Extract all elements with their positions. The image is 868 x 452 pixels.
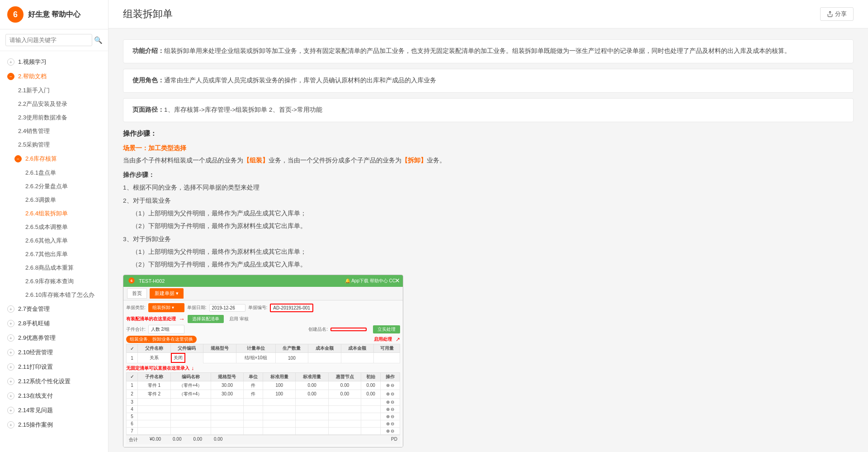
step3-sub2: （2）下部明细为子件明细，最终作为产成品生成其它入库单。 [123, 259, 854, 270]
screenshot-content: 单据类型: 组装拆卸 ▾ 单据日期: 2019-12-26 单据编号: AD-2… [123, 300, 403, 447]
ann1-text: 有装配清单的在这里处理 [126, 316, 176, 322]
table-row: 1 关系 关闭 结/组×10组 100 [127, 353, 400, 363]
page-header: 组装拆卸单 分享 [108, 0, 868, 29]
sidebar-item-s2-11[interactable]: + 2.11打印设置 [0, 360, 108, 374]
sidebar-item-s2-7[interactable]: + 2.7资金管理 [0, 302, 108, 316]
step2: 2、对于组装业务 [123, 195, 854, 206]
page-title: 组装拆卸单 [123, 7, 173, 21]
sidebar-item-s2-6-7[interactable]: 2.6.7其他出库单 [0, 247, 108, 261]
sidebar-item-s2-3[interactable]: 2.3使用前数据准备 [0, 111, 108, 124]
ss-ann2-row: 无固定清单可以直接在这里录入 ↓ [126, 365, 400, 371]
search-input[interactable] [5, 34, 92, 46]
share-button[interactable]: 分享 [820, 7, 854, 21]
ss-sub-table-body: 1 零件 1 （零件+4） 30.00 件 100 0.00 0.00 0.00… [127, 381, 400, 434]
ann3-text: 启用处理 [374, 336, 392, 343]
sidebar-item-s2-6-1[interactable]: 2.6.1盘点单 [0, 166, 108, 180]
table-row: 7 ⊕ ⊖ [127, 427, 400, 434]
ss-process-tabs: 组装业务、拆卸业务在这里切换 启用处理 ↗ [126, 336, 400, 343]
sidebar-item-s2-4[interactable]: 2.4销售管理 [0, 124, 108, 138]
path-text: 1、库存核算->库存管理->组装拆卸单 2、首页->常用功能 [164, 106, 322, 113]
sidebar-item-s2-10[interactable]: + 2.10经营管理 [0, 345, 108, 360]
table-row: 4 ⊕ ⊖ [127, 405, 400, 413]
sidebar-item-s2-5[interactable]: 2.5采购管理 [0, 138, 108, 152]
sidebar-item-s2-8[interactable]: + 2.8手机旺铺 [0, 316, 108, 331]
sidebar-item-s2-2[interactable]: 2.2产品安装及登录 [0, 97, 108, 111]
expand-icon-s2-14: + [7, 407, 14, 414]
sidebar: 6 好生意 帮助中心 🔍 + 1.视频学习 − 2.帮助文档 2.1新手入门 2… [0, 0, 108, 452]
step2-sub2: （2）下部明细为子件明细，最终作为原材料生成其它出库单。 [123, 221, 854, 232]
sidebar-item-s2[interactable]: − 2.帮助文档 [0, 69, 108, 84]
screenshot-top-nav: 首页 新建单据 ▾ [123, 287, 403, 300]
ss-tab-new: 新建单据 ▾ [150, 288, 184, 299]
scene1-steps-title: 操作步骤： [123, 170, 854, 181]
sidebar-item-s2-6-10[interactable]: 2.6.10库存账本错了怎么办 [0, 288, 108, 302]
sidebar-item-s2-6-6[interactable]: 2.6.6其他入库单 [0, 234, 108, 247]
function-intro-block: 功能介绍：组装拆卸单用来处理企业组装或拆卸等加工业务，支持有固定装配清单的产品加… [123, 39, 854, 63]
sidebar-item-s2-1[interactable]: 2.1新手入门 [0, 84, 108, 97]
sidebar-item-s2-6-9[interactable]: 2.6.9库存账本查询 [0, 275, 108, 288]
table-row: 1 零件 1 （零件+4） 30.00 件 100 0.00 0.00 0.00… [127, 381, 400, 390]
search-box[interactable]: 🔍 [0, 29, 108, 51]
step1: 1、根据不同的业务，选择不同单据的类型来处理 [123, 182, 854, 193]
path-block: 页面路径：1、库存核算->库存管理->组装拆卸单 2、首页->常用功能 [123, 98, 854, 122]
sidebar-item-s2-14[interactable]: + 2.14常见问题 [0, 403, 108, 418]
expand-icon-s1: + [7, 58, 14, 66]
sidebar-item-s2-6-3[interactable]: 2.6.3调拨单 [0, 193, 108, 207]
sidebar-item-s2-6-8[interactable]: 2.6.8商品成本重算 [0, 261, 108, 275]
ss-bottom-row: 合计 ¥0.00 0.00 0.00 0.00 PD [126, 435, 400, 444]
ss-logo: 6 [128, 277, 135, 285]
app-logo: 6 [7, 6, 24, 23]
sidebar-item-s2-15[interactable]: + 2.15操作案例 [0, 418, 108, 432]
content-area: 功能介绍：组装拆卸单用来处理企业组装或拆卸等加工业务，支持有固定装配清单的产品加… [108, 29, 868, 452]
ss-badge-assembly: 组装业务、拆卸业务在这里切换 [126, 336, 197, 343]
step3: 3、对于拆卸业务 [123, 234, 854, 245]
ss-tab-home: 首页 [127, 288, 147, 299]
sidebar-item-s2-6-4[interactable]: 2.6.4组装拆卸单 [0, 207, 108, 220]
sidebar-item-s2-6-5[interactable]: 2.6.5成本调整单 [0, 220, 108, 234]
ss-confirm-btn: 立实处理 [373, 325, 400, 333]
share-icon [827, 11, 833, 17]
expand-icon-s2-7: + [7, 305, 14, 313]
nav-tree: + 1.视频学习 − 2.帮助文档 2.1新手入门 2.2产品安装及登录 2.3… [0, 51, 108, 436]
ss-apply-btn: 选择装配清单 [188, 315, 224, 323]
ss-parent-table: ✓ 父件名称 父件编码 规格型号 计量单位 生产数量 成本金额 成本金额 可用量 [126, 344, 400, 363]
svg-text:6: 6 [131, 279, 133, 283]
sidebar-header: 6 好生意 帮助中心 [0, 0, 108, 29]
scene1-title: 场景一：加工类型选择 [123, 144, 854, 152]
expand-icon-s2-9: + [7, 334, 14, 342]
expand-icon-s2: − [7, 73, 14, 80]
role-block: 使用角色：通常由生产人员或库管人员完成拆装业务的操作，库管人员确认原材料的出库和… [123, 69, 854, 93]
step2-sub1: （1）上部明细为父件明细，最终作为产成品生成其它入库单； [123, 208, 854, 219]
table-row: 5 ⊕ ⊖ [127, 413, 400, 420]
table-row: 2 零件 2 （零件+4） 30.00 件 100 0.00 0.00 0.00… [127, 390, 400, 398]
sidebar-item-s1[interactable]: + 1.视频学习 [0, 55, 108, 69]
sidebar-item-s2-6[interactable]: − 2.6库存核算 [0, 152, 108, 166]
ann4-text: 无固定清单可以直接在这里录入 [126, 365, 189, 371]
expand-icon-s2-13: + [7, 392, 14, 400]
role-label: 使用角色： [132, 77, 164, 84]
function-intro-text: 组装拆卸单用来处理企业组装或拆卸等加工业务，支持有固定装配清单的产品加工业务，也… [164, 48, 791, 54]
sidebar-item-s2-6-2[interactable]: 2.6.2分量盘点单 [0, 180, 108, 193]
screenshot-container: 6 TEST-H002 🔔 App下载 帮助中心 CC ✕ 首页 新建单据 ▾ … [123, 275, 403, 447]
expand-icon-s2-10: + [7, 349, 14, 356]
expand-icon-s2-8: + [7, 320, 14, 327]
ss-parent-table-header: ✓ 父件名称 父件编码 规格型号 计量单位 生产数量 成本金额 成本金额 可用量 [127, 344, 400, 353]
screenshot-titlebar: 6 TEST-H002 🔔 App下载 帮助中心 CC ✕ [123, 275, 403, 287]
path-label: 页面路径： [132, 106, 164, 113]
sidebar-item-s2-9[interactable]: + 2.9优惠券管理 [0, 331, 108, 345]
ss-number: AD-20191226-001 [270, 304, 313, 312]
sidebar-item-s2-13[interactable]: + 2.13在线支付 [0, 389, 108, 403]
table-row: 3 ⊕ ⊖ [127, 398, 400, 405]
ss-date: 2019-12-26 [209, 304, 245, 312]
table-row: 6 ⊕ ⊖ [127, 420, 400, 427]
ss-logo-icon: 6 [128, 277, 135, 284]
ss-form-row2: 子件合计: 人数 2/组 创建品名: 立实处理 [126, 325, 400, 334]
ss-sub-total: 人数 2/组 [148, 325, 184, 334]
function-intro-label: 功能介绍： [132, 48, 164, 54]
expand-icon-s2-6: − [14, 155, 22, 162]
ss-sub-table: ✓ 子件名称 编码名称 规格型号 单位 标准用量 标准用量 惠普节点 初始 操作 [126, 372, 400, 435]
screenshot-close: ✕ [395, 277, 400, 284]
ss-type-select: 组装拆卸 ▾ [148, 303, 184, 312]
sidebar-item-s2-12[interactable]: + 2.12系统个性化设置 [0, 374, 108, 389]
search-button[interactable]: 🔍 [94, 36, 103, 44]
